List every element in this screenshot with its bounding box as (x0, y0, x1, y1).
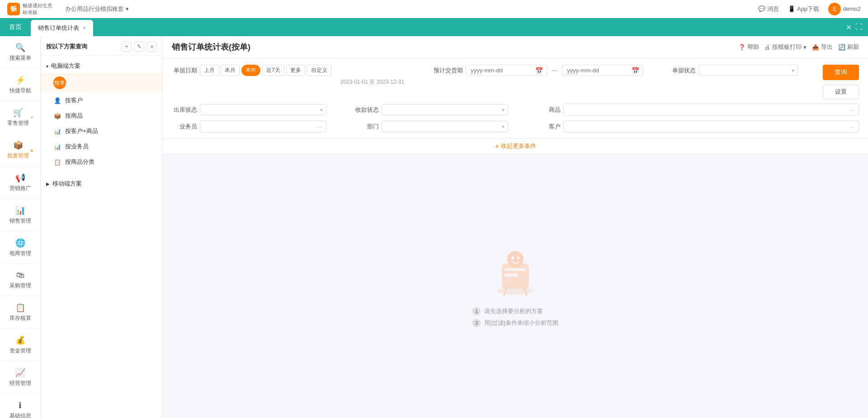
ecommerce-icon: 🌐 (15, 238, 25, 248)
refresh-button[interactable]: 🔄 刷新 (838, 43, 859, 51)
empty-tip-1: 1 请先选择要分析的方案 (472, 307, 558, 315)
scheme-item-by-product[interactable]: 📦 按商品 (41, 108, 162, 124)
inventory-icon: 📋 (15, 303, 25, 313)
sidebar-item-operations[interactable]: 📈 经营管理 (0, 361, 40, 394)
department-label: 部门 (354, 123, 379, 131)
scheme-item-by-customer-product[interactable]: 📊 按客户+商品 (41, 124, 162, 139)
message-button[interactable]: 💬 消息 (758, 5, 779, 13)
prev-month-btn[interactable]: 上月 (200, 65, 219, 76)
template-print-button[interactable]: 🖨 按模板打印 ▾ (764, 43, 807, 51)
sidebar-item-finance[interactable]: 💰 资金管理 (0, 329, 40, 361)
chevron-right-icon: ▶ (46, 181, 50, 186)
customer-icon: 👤 (53, 96, 61, 104)
salesperson-input[interactable] (200, 121, 313, 132)
date-label: 单据日期 (172, 66, 197, 75)
collapse-bar[interactable]: ∧ 收起更多条件 (163, 138, 868, 154)
tip-num-2: 2 (472, 319, 481, 327)
sidebar-item-marketing[interactable]: 📢 营销推广 (0, 166, 40, 199)
delivery-status-select[interactable] (200, 104, 326, 115)
help-icon: ❓ (738, 44, 745, 51)
sidebar-item-ecommerce[interactable]: 🌐 电商管理 (0, 232, 40, 264)
page-title: 销售订单统计表(按单) (172, 42, 250, 52)
date-range-text: 2023-01-01 至 2023-12-31 (340, 78, 404, 86)
sidebar-item-wholesale-mgmt[interactable]: 📦 批发管理 ▴ (0, 134, 40, 166)
refresh-icon: 🔄 (838, 44, 845, 51)
date-btn-group: 上月 本月 本年 近7天 更多 自定义 (200, 65, 331, 76)
customer-input[interactable] (564, 121, 846, 132)
custom-btn[interactable]: 自定义 (307, 65, 331, 76)
payment-status-dropdown[interactable] (382, 104, 508, 115)
expected-date-start-input[interactable] (466, 65, 532, 76)
salesperson-label: 业务员 (172, 123, 197, 131)
sidebar-item-search-menu[interactable]: 🔍 搜索菜单 (0, 36, 40, 69)
empty-tips: 1 请先选择要分析的方案 2 用[过滤]条件来缩小分析范围 (472, 307, 558, 327)
sidebar: 🔍 搜索菜单 ⚡ 快捷导航 🛒 零售管理 ▾ 📦 批发管理 ▴ 📢 营销推广 (0, 36, 41, 418)
basic-info-icon: ℹ (19, 400, 22, 410)
doc-status-select[interactable] (698, 65, 798, 76)
product-more-icon[interactable]: ··· (846, 106, 859, 114)
add-scheme-button[interactable]: + (122, 42, 132, 52)
department-select[interactable] (382, 121, 508, 132)
sidebar-item-purchase[interactable]: 🛍 采购管理 (0, 264, 40, 296)
content-area: 按以下方案查询 + ✎ « ▾ 电脑端方案 按单 👤 按客户 (41, 36, 868, 418)
retail-icon: 🛒 (13, 108, 23, 118)
product-input-wrapper: ··· (563, 104, 859, 116)
sidebar-item-sales-mgmt[interactable]: 📊 销售管理 (0, 199, 40, 232)
tip-num-1: 1 (472, 307, 481, 315)
export-button[interactable]: 📤 导出 (812, 43, 833, 51)
this-year-btn[interactable]: 本年 (241, 65, 260, 76)
doc-status-filter: 单据状态 (670, 65, 798, 76)
download-icon: 📱 (788, 5, 795, 12)
print-icon: 🖨 (764, 44, 770, 51)
expected-date-start: 📅 (466, 65, 547, 76)
customer-input-wrapper: ··· (563, 120, 859, 133)
svg-point-5 (511, 256, 514, 259)
doc-status-dropdown[interactable] (698, 65, 798, 76)
top-bar-right: 💬 消息 📱 App下载 E demo2 (758, 3, 861, 15)
right-panel: 销售订单统计表(按单) ❓ 帮助 🖨 按模板打印 ▾ 📤 导出 (163, 36, 868, 418)
product-input[interactable] (564, 104, 846, 115)
tab-sales-order-stats[interactable]: 销售订单统计表 × (31, 20, 93, 36)
empty-tip-2: 2 用[过滤]条件来缩小分析范围 (472, 319, 558, 327)
filter-row-1: 单据日期 上月 本月 本年 近7天 更多 自定义 2023-01-01 至 20… (172, 65, 859, 99)
marketing-icon: 📢 (15, 173, 25, 183)
salesperson-more-icon[interactable]: ··· (313, 123, 326, 130)
edit-scheme-button[interactable]: ✎ (134, 42, 144, 52)
this-month-btn[interactable]: 本月 (221, 65, 240, 76)
help-button[interactable]: ❓ 帮助 (738, 43, 759, 51)
last7days-btn[interactable]: 近7天 (262, 65, 284, 76)
payment-status-select[interactable] (382, 104, 508, 115)
sidebar-item-retail-mgmt[interactable]: 🛒 零售管理 ▾ (0, 101, 40, 134)
date-separator: — (550, 67, 559, 74)
top-bar-left: 畅 畅捷通好生意 标准版 办公用品行业模拟账套 ▾ (7, 2, 129, 15)
app-download-button[interactable]: 📱 App下载 (788, 5, 819, 13)
wholesale-icon: 📦 (13, 140, 23, 150)
more-btn[interactable]: 更多 (286, 65, 305, 76)
expand-window-button[interactable]: ⛶ (855, 23, 863, 31)
purchase-icon: 🛍 (16, 271, 24, 280)
query-button[interactable]: 查询 (823, 65, 859, 80)
close-window-button[interactable]: ✕ (846, 23, 852, 32)
department-dropdown[interactable] (382, 121, 508, 132)
collapse-panel-button[interactable]: « (147, 42, 157, 52)
scheme-item-by-category[interactable]: 📋 按商品分类 (41, 154, 162, 170)
app-selector[interactable]: 办公用品行业模拟账套 ▾ (65, 5, 129, 13)
sidebar-item-inventory[interactable]: 📋 库存核算 (0, 296, 40, 329)
tab-close-icon[interactable]: × (83, 25, 86, 31)
expected-date-end-input[interactable] (562, 65, 628, 76)
customer-more-icon[interactable]: ··· (846, 123, 859, 130)
desktop-section-title[interactable]: ▾ 电脑端方案 (41, 59, 162, 73)
sidebar-item-basic-info[interactable]: ℹ 基础信息 (0, 394, 40, 418)
scheme-item-by-order[interactable]: 按单 (41, 73, 162, 93)
setting-button[interactable]: 设置 (823, 85, 859, 99)
tab-home[interactable]: 首页 (0, 18, 31, 36)
page-actions: ❓ 帮助 🖨 按模板打印 ▾ 📤 导出 🔄 刷新 (738, 43, 859, 51)
mobile-section-title[interactable]: ▶ 移动端方案 (41, 177, 162, 190)
sidebar-item-quick-nav[interactable]: ⚡ 快捷导航 (0, 69, 40, 101)
user-area[interactable]: E demo2 (828, 3, 861, 15)
left-panel-header: 按以下方案查询 + ✎ « (41, 36, 162, 56)
delivery-status-dropdown[interactable] (200, 104, 326, 115)
scheme-item-by-customer[interactable]: 👤 按客户 (41, 93, 162, 108)
scheme-item-by-salesperson[interactable]: 📊 按业务员 (41, 139, 162, 154)
product-icon: 📦 (53, 112, 61, 120)
